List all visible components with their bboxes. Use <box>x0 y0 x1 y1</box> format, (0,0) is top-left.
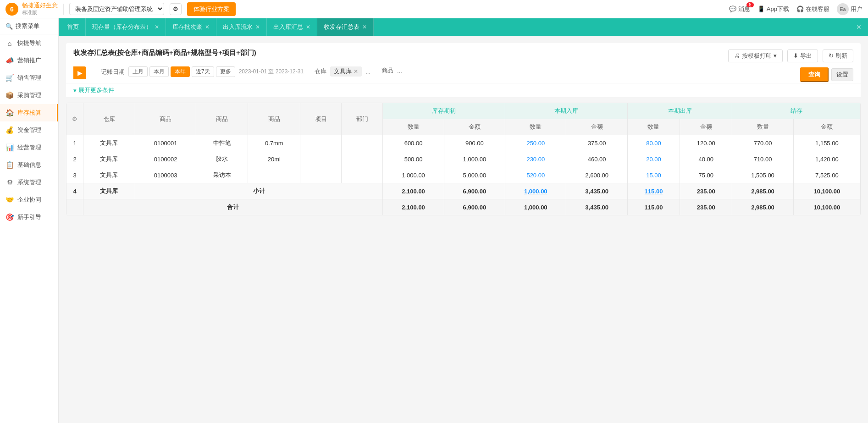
row-spec: 20ml <box>248 151 300 167</box>
warehouse-tag-close[interactable]: ✕ <box>354 68 358 75</box>
row-dept <box>342 167 383 183</box>
sidebar-item-purchase[interactable]: 📦 采购管理 <box>0 87 58 104</box>
row-end-amt: 1,420.00 <box>793 151 860 167</box>
row-open-qty: 600.00 <box>383 135 444 151</box>
row-end-amt: 7,525.00 <box>793 167 860 183</box>
row-out-qty[interactable]: 15.00 <box>627 167 680 183</box>
row-out-qty[interactable]: 80.00 <box>627 135 680 151</box>
date-btn-more[interactable]: 更多 <box>216 66 235 77</box>
finance-icon: 💰 <box>6 126 14 134</box>
sidebar-item-operations[interactable]: 📊 经营管理 <box>0 139 58 156</box>
sidebar-item-finance[interactable]: 💰 资金管理 <box>0 121 58 139</box>
subtotal-warehouse: 文具库 <box>83 183 135 199</box>
sidebar-item-quick-nav[interactable]: ⌂ 快捷导航 <box>0 34 58 52</box>
total-open-qty: 2,100.00 <box>383 199 444 215</box>
th-end-qty: 数量 <box>732 119 793 135</box>
search-menu-item[interactable]: 🔍 搜索菜单 <box>0 18 58 34</box>
th-warehouse: 仓库 <box>83 103 135 135</box>
phone-icon: 📱 <box>757 5 765 12</box>
tab-bar-close-button[interactable]: ✕ <box>851 23 866 31</box>
message-button[interactable]: 💬 消息 6 <box>729 5 750 13</box>
subtotal-open-amt: 6,900.00 <box>444 183 505 199</box>
print-button[interactable]: 🖨 按模板打印 ▾ <box>728 49 783 62</box>
row-name: 中性笔 <box>196 135 248 151</box>
tab-close-inout-summary[interactable]: ✕ <box>306 24 310 30</box>
goods-filter-section: 商品 ... <box>381 66 402 75</box>
system-selector[interactable]: 装备及固定资产辅助管理系统 <box>69 3 164 15</box>
tab-close-inout-flow[interactable]: ✕ <box>255 24 260 30</box>
filter-actions: 查询 设置 <box>800 67 853 82</box>
date-btn-last-month[interactable]: 上月 <box>128 66 148 77</box>
row-in-qty[interactable]: 520.00 <box>505 167 566 183</box>
sidebar-item-base-info[interactable]: 📋 基础信息 <box>0 156 58 174</box>
base-info-icon: 📋 <box>6 161 14 169</box>
date-btn-7days[interactable]: 近7天 <box>192 66 214 77</box>
date-btn-this-year[interactable]: 本年 <box>171 66 190 77</box>
home-icon: ⌂ <box>6 39 14 47</box>
subtotal-open-qty: 2,100.00 <box>383 183 444 199</box>
app-download-button[interactable]: 📱 App下载 <box>757 5 789 13</box>
sidebar-item-marketing[interactable]: 📣 营销推广 <box>0 52 58 69</box>
date-options: 上月 本月 本年 近7天 更多 <box>128 66 235 77</box>
filter-toggle[interactable]: ▶ <box>73 66 86 79</box>
row-in-qty[interactable]: 250.00 <box>505 135 566 151</box>
th-group-end: 结存 <box>732 103 861 119</box>
row-out-qty[interactable]: 20.00 <box>627 151 680 167</box>
th-out-qty: 数量 <box>627 119 680 135</box>
tab-inout-flow[interactable]: 出入库流水 ✕ <box>216 18 267 36</box>
query-button[interactable]: 查询 <box>800 67 829 82</box>
warehouse-more-options[interactable]: ... <box>365 68 370 75</box>
total-end-amt: 10,100.00 <box>793 199 860 215</box>
sidebar-item-system[interactable]: ⚙ 系统管理 <box>0 174 58 191</box>
row-end-qty: 710.00 <box>732 151 793 167</box>
sidebar-item-sales[interactable]: 🛒 销售管理 <box>0 69 58 87</box>
settings-icon[interactable]: ⚙ <box>170 3 182 15</box>
page-title: 收发存汇总表(按仓库+商品编码+商品+规格型号+项目+部门) <box>73 49 256 57</box>
expand-conditions-button[interactable]: ▾ 展开更多条件 <box>66 83 861 97</box>
tab-home[interactable]: 首页 <box>61 18 86 36</box>
goods-more-options[interactable]: ... <box>397 67 402 74</box>
top-bar: 6 畅捷通好生意 标准版 装备及固定资产辅助管理系统 ⚙ 体验行业方案 💬 消息… <box>0 0 868 18</box>
app-container: 6 畅捷通好生意 标准版 装备及固定资产辅助管理系统 ⚙ 体验行业方案 💬 消息… <box>0 0 868 423</box>
table-gear-icon[interactable]: ⚙ <box>72 115 77 122</box>
collab-icon: 🤝 <box>6 196 14 204</box>
sidebar-item-inventory[interactable]: 🏠 库存核算 <box>0 104 58 121</box>
online-service-button[interactable]: 🎧 在线客服 <box>796 5 829 13</box>
tab-close-recv-summary[interactable]: ✕ <box>362 24 367 30</box>
search-icon: 🔍 <box>6 23 13 30</box>
trial-button[interactable]: 体验行业方案 <box>187 2 236 16</box>
th-project: 项目 <box>300 103 342 135</box>
sidebar-item-collab[interactable]: 🤝 企业协同 <box>0 191 58 209</box>
row-dept <box>342 151 383 167</box>
tab-inout-summary[interactable]: 出入库汇总 ✕ <box>267 18 317 36</box>
subtotal-out-amt: 235.00 <box>680 183 732 199</box>
tab-close-stock-dist[interactable]: ✕ <box>155 24 159 30</box>
refresh-button[interactable]: ↻ 刷新 <box>823 49 853 62</box>
row-in-qty[interactable]: 230.00 <box>505 151 566 167</box>
export-button[interactable]: ⬇ 导出 <box>787 49 818 62</box>
total-row: 合计 2,100.00 6,900.00 1,000.00 3,435.00 1… <box>66 199 861 215</box>
column-settings-button[interactable]: 设置 <box>831 68 853 81</box>
marketing-icon: 📣 <box>6 56 14 65</box>
tab-stock-dist[interactable]: 现存量（库存分布表） ✕ <box>86 18 166 36</box>
chevron-down-icon: ▾ <box>774 52 777 59</box>
date-btn-this-month[interactable]: 本月 <box>149 66 169 77</box>
subtotal-out-qty[interactable]: 115.00 <box>627 183 680 199</box>
tab-close-batch[interactable]: ✕ <box>205 24 210 30</box>
tab-batch[interactable]: 库存批次账 ✕ <box>166 18 216 36</box>
brand-name: 畅捷通好生意 <box>22 2 58 9</box>
th-in-amt: 金额 <box>566 119 627 135</box>
tab-recv-summary[interactable]: 收发存汇总表 ✕ <box>317 18 374 36</box>
th-settings: ⚙ <box>66 103 83 135</box>
main-area: 🔍 搜索菜单 ⌂ 快捷导航 📣 营销推广 🛒 销售管理 📦 采购管理 🏠 <box>0 18 868 423</box>
warehouse-tag: 文具库 ✕ <box>330 66 362 77</box>
row-open-qty: 1,000.00 <box>383 167 444 183</box>
row-end-qty: 770.00 <box>732 135 793 151</box>
subtotal-in-qty[interactable]: 1,000.00 <box>505 183 566 199</box>
sidebar-item-guide[interactable]: 🎯 新手引导 <box>0 209 58 226</box>
total-out-qty: 115.00 <box>627 199 680 215</box>
user-button[interactable]: Ea 用户 <box>837 3 862 15</box>
row-open-amt: 900.00 <box>444 135 505 151</box>
print-icon: 🖨 <box>734 52 740 59</box>
refresh-icon: ↻ <box>829 52 834 59</box>
